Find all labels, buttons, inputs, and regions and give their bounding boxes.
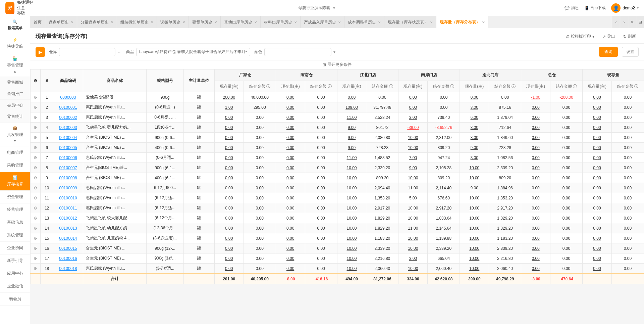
tab-next-btn[interactable]: › xyxy=(620,16,628,28)
sidebar-item-basic-info[interactable]: 基础信息 xyxy=(0,216,30,229)
cn-qty[interactable]: 0.00 xyxy=(276,193,305,203)
extra-qty[interactable]: 0.00 xyxy=(583,264,612,274)
tot-qty[interactable]: 0.00 xyxy=(521,102,550,112)
color-dropdown-icon[interactable]: ▾ xyxy=(333,50,335,54)
product-code[interactable]: 00100009 xyxy=(53,183,83,193)
cn-qty[interactable]: 0.00 xyxy=(276,133,305,143)
na-qty[interactable]: 10.00 xyxy=(398,213,428,223)
tab-inventory-status[interactable]: 现存量（库存状况表） ✕ xyxy=(384,16,436,28)
sidebar-item-inventory[interactable]: 📊 库存核算 xyxy=(0,172,30,191)
cn-qty[interactable]: 0.00 xyxy=(276,213,305,223)
sidebar-item-enterprise-wechat[interactable]: 企业微信 xyxy=(0,280,30,293)
export-btn[interactable]: ↗ 导出 xyxy=(600,32,618,41)
yb-qty[interactable]: 10.00 xyxy=(460,233,489,243)
sidebar-item-ecom[interactable]: 电商管理 xyxy=(0,146,30,159)
fac-qty[interactable]: 0.00 xyxy=(214,163,244,173)
product-code[interactable]: 00100004 xyxy=(53,133,83,143)
na-qty[interactable]: 5.00 xyxy=(398,193,428,203)
cn-qty[interactable]: 0.00 xyxy=(276,253,305,264)
yb-qty[interactable]: 10.00 xyxy=(460,193,489,203)
tab-cost-adjust[interactable]: 成本调整单历史 ✕ xyxy=(344,16,384,28)
tot-qty[interactable]: 0.00 xyxy=(521,193,550,203)
product-code[interactable]: 00100013 xyxy=(53,223,83,233)
cn-qty[interactable]: 0.00 xyxy=(276,153,305,163)
jb-qty[interactable]: 10.00 xyxy=(337,183,366,193)
yb-qty[interactable]: 8.00 xyxy=(460,153,489,163)
fac-qty[interactable]: 0.00 xyxy=(214,193,244,203)
yb-qty[interactable]: 10.00 xyxy=(460,264,489,274)
extra-qty[interactable]: 0.00 xyxy=(583,243,612,253)
gear-cell[interactable]: ⚙ xyxy=(31,123,41,133)
fac-qty[interactable]: 0.00 xyxy=(214,213,244,223)
extra-qty[interactable]: 0.00 xyxy=(583,223,612,233)
tab-transfer[interactable]: 调拨单历史 ✕ xyxy=(157,16,189,28)
close-tab-icon[interactable]: ✕ xyxy=(254,20,257,24)
product-code[interactable]: 00100006 xyxy=(53,153,83,163)
cn-qty[interactable]: 0.00 xyxy=(276,243,305,253)
jb-qty[interactable]: 10.00 xyxy=(337,163,366,173)
product-code[interactable]: 00100002 xyxy=(53,112,83,123)
cn-qty[interactable]: 0.00 xyxy=(276,163,305,173)
extra-qty[interactable]: 0.00 xyxy=(583,102,612,112)
tot-qty[interactable]: 0.00 xyxy=(521,233,550,243)
tab-split-stocktake[interactable]: 分量盘点单历史 ✕ xyxy=(77,16,117,28)
cn-qty[interactable]: 0.00 xyxy=(276,102,305,112)
yb-qty[interactable]: 10.00 xyxy=(460,223,489,233)
tab-menu-btn[interactable]: ⊟ xyxy=(636,16,644,28)
product-code[interactable]: 00100007 xyxy=(53,163,83,173)
sidebar-item-quick-nav[interactable]: ⚡ 快捷导航 xyxy=(0,34,30,53)
yb-qty[interactable]: 10.00 xyxy=(460,203,489,213)
na-qty[interactable]: 0.00 xyxy=(398,102,428,112)
message-btn[interactable]: 💬 消息 xyxy=(565,5,579,11)
jb-qty[interactable]: 9.00 xyxy=(337,133,366,143)
app-download-btn[interactable]: 📱 App下载 xyxy=(584,5,606,11)
cn-qty[interactable]: 0.00 xyxy=(276,264,305,274)
jb-qty[interactable]: 10.00 xyxy=(337,243,366,253)
extra-qty[interactable]: 0.00 xyxy=(583,163,612,173)
na-qty[interactable]: 10.00 xyxy=(398,133,428,143)
gear-cell[interactable]: ⚙ xyxy=(31,92,41,102)
na-qty[interactable]: 7.00 xyxy=(398,153,428,163)
fac-qty[interactable]: 0.00 xyxy=(214,133,244,143)
close-tab-icon[interactable]: ✕ xyxy=(430,20,433,24)
na-qty[interactable]: 0.00 xyxy=(398,92,428,102)
cn-qty[interactable]: 0.00 xyxy=(276,112,305,123)
cn-qty[interactable]: 0.00 xyxy=(276,173,305,183)
fac-qty[interactable]: 0.00 xyxy=(214,203,244,213)
na-qty[interactable]: 9.00 xyxy=(398,163,428,173)
gear-cell[interactable]: ⚙ xyxy=(31,223,41,233)
extra-qty[interactable]: 0.00 xyxy=(583,153,612,163)
jb-qty[interactable]: 11.00 xyxy=(337,112,366,123)
sidebar-item-wholesale[interactable]: 📦 批发管理 ▾ xyxy=(0,123,30,146)
sidebar-item-retail-mall[interactable]: 零售商城 xyxy=(0,77,30,88)
extra-qty[interactable]: 0.00 xyxy=(583,143,612,153)
tot-qty[interactable]: 0.00 xyxy=(521,253,550,264)
close-tab-icon[interactable]: ✕ xyxy=(71,20,73,24)
fac-qty[interactable]: 0.00 xyxy=(214,183,244,193)
product-code[interactable]: 00100008 xyxy=(53,173,83,183)
jb-qty[interactable]: 11.00 xyxy=(337,153,366,163)
sidebar-item-finance[interactable]: 资金管理 xyxy=(0,191,30,203)
tot-qty[interactable]: 0.00 xyxy=(521,213,550,223)
sidebar-item-search[interactable]: 🔍 搜索英单 xyxy=(0,16,30,34)
yb-qty[interactable]: 10.00 xyxy=(460,213,489,223)
tab-material-out[interactable]: 材料出库单历史 ✕ xyxy=(261,16,301,28)
sidebar-item-system[interactable]: 系统管理 xyxy=(0,229,30,242)
setting-btn[interactable]: 设置 xyxy=(622,47,639,57)
tab-close-current-btn[interactable]: ✕ xyxy=(628,16,636,28)
extra-qty[interactable]: 0.00 xyxy=(583,253,612,264)
query-btn[interactable]: 查询 xyxy=(599,47,618,57)
extra-qty[interactable]: 0.00 xyxy=(583,203,612,213)
tot-qty[interactable]: 0.00 xyxy=(521,143,550,153)
tab-requisition[interactable]: 要货单历史 ✕ xyxy=(189,16,221,28)
gear-cell[interactable]: ⚙ xyxy=(31,203,41,213)
sidebar-item-retail-stats[interactable]: 零售统计 xyxy=(0,111,30,123)
yb-qty[interactable]: 9.00 xyxy=(460,183,489,193)
tot-qty[interactable]: 0.00 xyxy=(521,153,550,163)
fac-qty[interactable]: 1.00 xyxy=(214,102,244,112)
tot-qty[interactable]: 0.00 xyxy=(521,112,550,123)
jb-qty[interactable]: 10.00 xyxy=(337,213,366,223)
jb-qty[interactable]: 9.00 xyxy=(337,143,366,153)
yb-qty[interactable]: 10.00 xyxy=(460,173,489,183)
gear-cell[interactable]: ⚙ xyxy=(31,233,41,243)
